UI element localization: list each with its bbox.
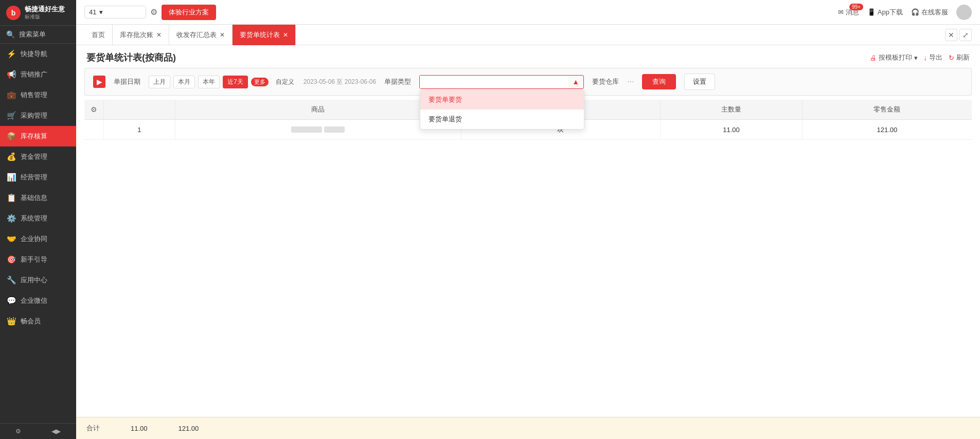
enterprise-icon: 🤝 [6,234,16,244]
tab-close-all-button[interactable]: ✕ [945,29,957,41]
basic-icon: 📋 [6,193,16,203]
messages-button[interactable]: ✉ 消息 99+ [838,8,859,17]
sidebar-item-operations[interactable]: 📊 经营管理 [0,167,76,188]
date-range-label: 2023-05-06 至 2023-06-06 [304,78,376,86]
service-label: 在线客服 [921,8,948,17]
marketing-label: 营销推广 [21,70,47,79]
service-icon: 🎧 [911,8,919,16]
sidebar-item-guide[interactable]: 🎯 新手引导 [0,249,76,270]
sidebar-item-finance[interactable]: 💰 资金管理 [0,147,76,167]
tab-inventory-batch[interactable]: 库存批次账 ✕ [113,25,169,45]
sidebar-search-item[interactable]: 🔍 搜索菜单 [0,26,76,44]
settings-gear-icon: ⚙ [15,428,21,435]
sales-label: 销售管理 [21,90,47,100]
type-dropdown-menu: 要货单要货 要货单退货 [420,89,584,130]
tab-inventory-batch-close[interactable]: ✕ [156,31,162,39]
quick-label: 快捷导航 [21,49,47,59]
sidebar-collapse-button[interactable]: ◀▶ [51,428,61,435]
warehouse-filter-dots: ··· [627,77,634,86]
marketing-icon: 📢 [6,69,16,80]
date-more-badge[interactable]: 更多 [251,78,269,86]
export-button[interactable]: ↓ 导出 [924,53,943,62]
purchase-icon: 🛒 [6,111,16,121]
refresh-button[interactable]: ↻ 刷新 [949,53,970,62]
table-col-settings: ⚙ [84,100,104,120]
sidebar-item-inventory[interactable]: 📦 库存核算 [0,126,76,147]
date-custom-button[interactable]: 自定义 [272,76,298,88]
summary-quantity-item: 11.00 [131,425,148,432]
guide-label: 新手引导 [21,255,47,264]
date-current-month-button[interactable]: 本月 [173,76,195,88]
search-menu-label: 搜索菜单 [19,30,46,39]
sidebar-item-system[interactable]: ⚙️ 系统管理 [0,208,76,229]
filter-toggle-button[interactable]: ▶ [93,76,105,88]
collapse-icon: ◀▶ [51,428,61,435]
tab-receivable-summary-close[interactable]: ✕ [220,31,225,39]
guide-icon: 🎯 [6,254,16,265]
sidebar: b 畅捷通好生意 标准版 🔍 搜索菜单 ⚡ 快捷导航 📢 营销推广 💼 销售管理… [0,0,76,439]
product-cell-content [182,126,455,133]
page-title: 要货单统计表(按商品) [86,51,176,64]
topbar: 41 ▾ ⚙ 体验行业方案 ✉ 消息 99+ 📱 App下载 🎧 在线客服 [76,0,980,25]
sidebar-item-apps[interactable]: 🔧 应用中心 [0,270,76,290]
user-avatar[interactable] [956,5,972,20]
inventory-icon: 📦 [6,131,16,141]
tab-receivable-summary[interactable]: 收发存汇总表 ✕ [169,25,233,45]
page-container: 要货单统计表(按商品) 🖨 按模板打印 ▾ ↓ 导出 ↻ 刷新 [76,45,980,439]
print-dropdown-icon: ▾ [914,54,918,62]
data-table-container: ⚙ 商品 主计量单位 主数量 零售金额 [84,100,972,417]
date-prev-month-button[interactable]: 上月 [149,76,170,88]
sidebar-item-wechat[interactable]: 💬 企业微信 [0,290,76,311]
tab-home[interactable]: 首页 [84,25,113,45]
logo-text: 畅捷通好生意 标准版 [25,5,65,21]
query-button[interactable]: 查询 [642,74,676,89]
tab-expand-button[interactable]: ⤢ [959,29,972,41]
table-settings-icon[interactable]: ⚙ [91,105,97,114]
sidebar-item-marketing[interactable]: 📢 营销推广 [0,64,76,85]
type-filter-arrow[interactable]: ▲ [568,78,583,86]
trial-industry-button[interactable]: 体验行业方案 [162,5,216,20]
dropdown-item-order-goods[interactable]: 要货单要货 [420,90,584,109]
app-download-icon: 📱 [867,8,876,16]
date-filter-label: 单据日期 [114,77,140,86]
filter-bar: ▶ 单据日期 上月 本月 本年 近7天 更多 自定义 2023-05-06 至 … [84,68,972,96]
product-code-placeholder [324,126,345,133]
page-header: 要货单统计表(按商品) 🖨 按模板打印 ▾ ↓ 导出 ↻ 刷新 [76,45,980,68]
version-label: 标准版 [25,13,65,20]
type-filter-select: ▲ 要货单要货 要货单退货 [419,75,584,89]
sidebar-item-quick[interactable]: ⚡ 快捷导航 [0,44,76,64]
finance-icon: 💰 [6,152,16,162]
sidebar-item-sales[interactable]: 💼 销售管理 [0,85,76,105]
quick-icon: ⚡ [6,49,16,59]
print-icon: 🖨 [870,54,877,62]
sidebar-logo: b 畅捷通好生意 标准版 [0,0,76,26]
online-service-button[interactable]: 🎧 在线客服 [911,8,948,17]
store-selector[interactable]: 41 ▾ [84,6,146,19]
summary-label: 合计 [86,424,100,433]
template-print-button[interactable]: 🖨 按模板打印 ▾ [870,53,918,62]
tab-order-stats-close[interactable]: ✕ [283,31,288,39]
date-7days-button[interactable]: 近7天 [223,76,248,88]
date-current-year-button[interactable]: 本年 [198,76,220,88]
wechat-label: 企业微信 [21,296,47,305]
row-index-cell: 1 [104,120,175,140]
tab-order-stats[interactable]: 要货单统计表 ✕ [233,25,296,45]
logo-icon: b [6,6,21,20]
tab-home-label: 首页 [92,30,105,40]
sidebar-item-purchase[interactable]: 🛒 采购管理 [0,105,76,126]
dropdown-item-order-return[interactable]: 要货单退货 [420,109,584,129]
sidebar-item-basic[interactable]: 📋 基础信息 [0,188,76,208]
sidebar-item-vip[interactable]: 👑 畅会员 [0,311,76,332]
col-amount-label: 零售金额 [874,105,900,113]
sidebar-settings-button[interactable]: ⚙ [15,428,21,435]
app-download-button[interactable]: 📱 App下载 [867,8,903,17]
type-filter-input[interactable] [420,76,568,88]
sidebar-item-enterprise[interactable]: 🤝 企业协同 [0,229,76,249]
apps-icon: 🔧 [6,275,16,285]
inventory-label: 库存核算 [21,132,47,141]
topbar-settings-icon[interactable]: ⚙ [150,7,157,17]
summary-amount-item: 121.00 [179,425,199,432]
purchase-label: 采购管理 [21,111,47,120]
filter-settings-button[interactable]: 设置 [684,74,715,90]
operations-icon: 📊 [6,172,16,182]
